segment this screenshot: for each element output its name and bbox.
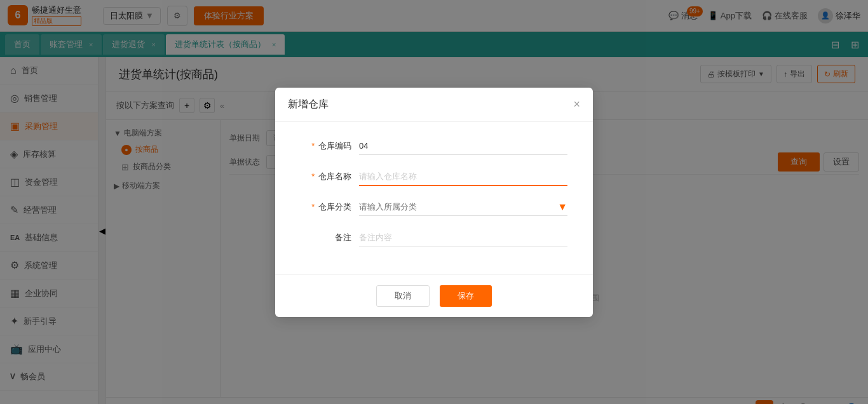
category-dropdown-arrow-icon: ▼	[557, 201, 567, 213]
form-row-note: 备注	[301, 229, 567, 246]
dialog-close-button[interactable]: ×	[573, 98, 580, 110]
dialog-title: 新增仓库	[288, 98, 329, 111]
form-row-name: * 仓库名称	[301, 168, 567, 186]
dialog-overlay: 新增仓库 × * 仓库编码 * 仓库名称	[0, 0, 868, 404]
code-input[interactable]	[359, 137, 567, 155]
category-select[interactable]: ▼	[359, 199, 567, 216]
code-label: * 仓库编码	[301, 140, 351, 152]
category-input[interactable]	[359, 202, 557, 212]
note-input[interactable]	[359, 229, 567, 246]
form-row-category: * 仓库分类 ▼	[301, 199, 567, 216]
name-label: * 仓库名称	[301, 171, 351, 182]
save-button[interactable]: 保存	[440, 285, 492, 307]
dialog-footer: 取消 保存	[275, 274, 593, 317]
category-label: * 仓库分类	[301, 201, 351, 213]
dialog-header: 新增仓库 ×	[275, 88, 593, 122]
name-input[interactable]	[359, 168, 567, 186]
form-row-code: * 仓库编码	[301, 137, 567, 155]
dialog-body: * 仓库编码 * 仓库名称 * 仓库分类	[275, 122, 593, 274]
cancel-button[interactable]: 取消	[376, 285, 430, 307]
new-warehouse-dialog: 新增仓库 × * 仓库编码 * 仓库名称	[275, 88, 593, 317]
note-label: 备注	[301, 232, 351, 243]
